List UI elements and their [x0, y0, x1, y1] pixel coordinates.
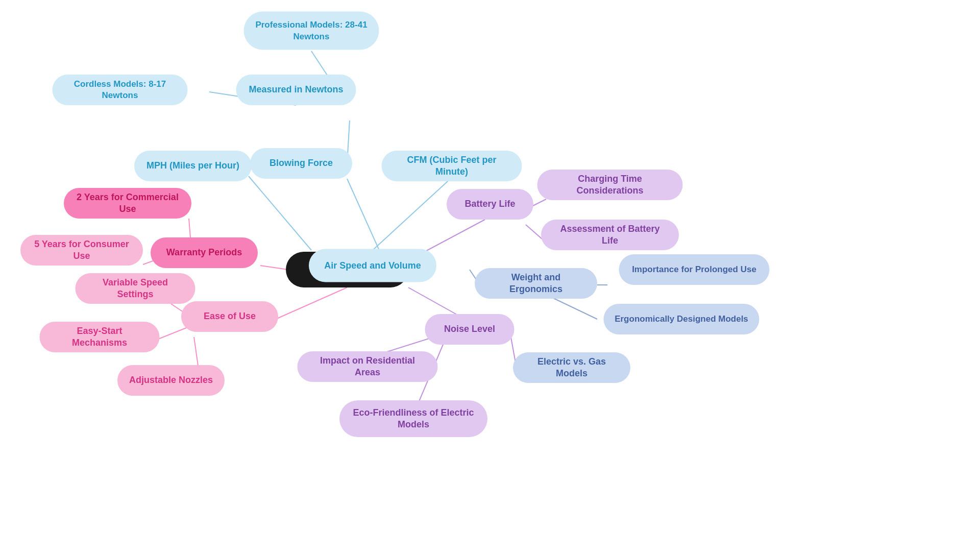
electric-gas-node: Electric vs. Gas Models: [513, 352, 630, 383]
commercial-use-node: 2 Years for Commercial Use: [64, 188, 191, 219]
ease-of-use-node: Ease of Use: [181, 301, 278, 332]
consumer-use-node: 5 Years for Consumer Use: [20, 235, 143, 266]
battery-life-node: Battery Life: [447, 189, 533, 220]
cordless-models-node: Cordless Models: 8-17 Newtons: [53, 75, 188, 105]
easy-start-node: Easy-Start Mechanisms: [40, 322, 160, 352]
ergonomic-models-node: Ergonomically Designed Models: [604, 304, 760, 334]
variable-speed-node: Variable Speed Settings: [76, 273, 195, 304]
air-speed-node: Air Speed and Volume: [309, 249, 436, 282]
noise-level-node: Noise Level: [425, 314, 514, 345]
svg-line-10: [276, 287, 347, 319]
warranty-node: Warranty Periods: [151, 237, 258, 268]
impact-residential-node: Impact on Residential Areas: [298, 351, 438, 382]
blowing-force-node: Blowing Force: [250, 148, 352, 179]
svg-line-6: [373, 176, 453, 250]
mph-node: MPH (Miles per Hour): [134, 151, 252, 181]
cfm-node: CFM (Cubic Feet per Minute): [382, 151, 522, 181]
svg-line-23: [510, 334, 516, 363]
svg-line-5: [249, 176, 311, 250]
professional-models-node: Professional Models: 28-41 Newtons: [244, 12, 379, 50]
weight-ergonomics-node: Weight and Ergonomics: [475, 268, 597, 299]
assessment-battery-node: Assessment of Battery Life: [541, 220, 679, 250]
importance-prolonged-node: Importance for Prolonged Use: [619, 254, 770, 285]
adjustable-nozzles-node: Adjustable Nozzles: [117, 365, 225, 396]
eco-friendliness-node: Eco-Friendliness of Electric Models: [339, 400, 487, 437]
measured-newtons-node: Measured in Newtons: [236, 75, 356, 105]
charging-time-node: Charging Time Considerations: [537, 170, 683, 200]
